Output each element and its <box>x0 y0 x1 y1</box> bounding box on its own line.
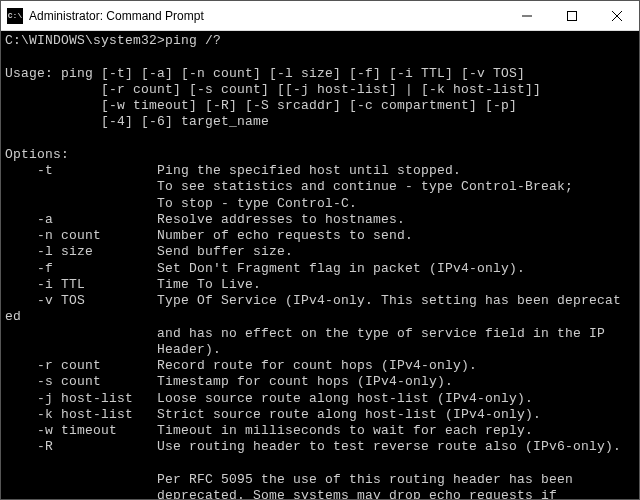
command-prompt-window: C:\ Administrator: Command Prompt C:\WIN… <box>0 0 640 500</box>
svg-rect-1 <box>567 11 576 20</box>
cmd-icon: C:\ <box>7 8 23 24</box>
window-title: Administrator: Command Prompt <box>29 9 504 23</box>
window-controls <box>504 1 639 30</box>
minimize-button[interactable] <box>504 1 549 30</box>
terminal-content[interactable]: C:\WINDOWS\system32>ping /? Usage: ping … <box>1 31 639 499</box>
maximize-button[interactable] <box>549 1 594 30</box>
titlebar[interactable]: C:\ Administrator: Command Prompt <box>1 1 639 31</box>
cmd-icon-text: C:\ <box>8 11 22 20</box>
close-button[interactable] <box>594 1 639 30</box>
